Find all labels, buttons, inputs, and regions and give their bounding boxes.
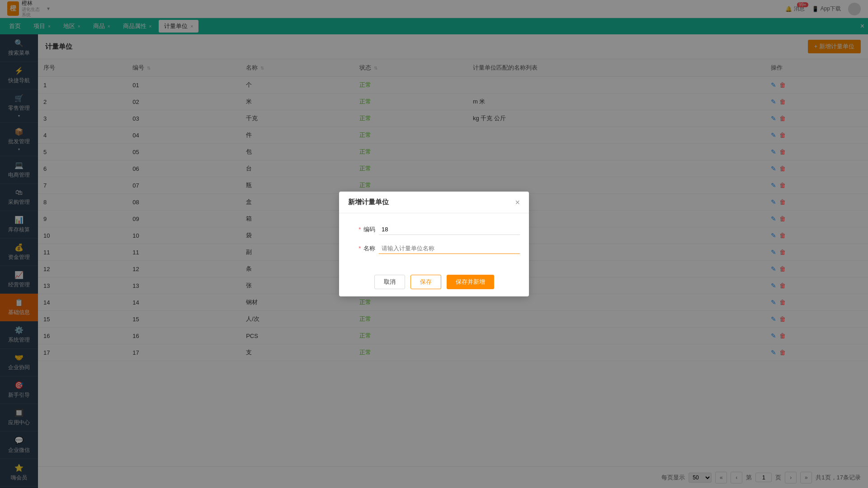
modal-footer: 取消 保存 保存并新增 (339, 269, 529, 296)
modal-overlay[interactable]: 新增计量单位 × * 编码 * 名称 取消 保存 保存并新增 (0, 0, 868, 488)
modal-header: 新增计量单位 × (339, 192, 529, 213)
form-row-code: * 编码 (348, 224, 520, 235)
modal-close-btn[interactable]: × (515, 198, 520, 206)
code-label: * 编码 (348, 225, 375, 234)
name-label: * 名称 (348, 244, 375, 253)
add-unit-modal: 新增计量单位 × * 编码 * 名称 取消 保存 保存并新增 (339, 192, 529, 296)
name-input[interactable] (379, 243, 520, 254)
modal-title: 新增计量单位 (348, 198, 389, 206)
name-required: * (359, 245, 361, 252)
save-new-button[interactable]: 保存并新增 (447, 275, 494, 289)
save-button[interactable]: 保存 (410, 275, 441, 289)
modal-body: * 编码 * 名称 (339, 213, 529, 269)
form-row-name: * 名称 (348, 243, 520, 254)
code-required: * (359, 226, 361, 233)
code-input[interactable] (379, 224, 520, 235)
cancel-button[interactable]: 取消 (374, 275, 405, 289)
